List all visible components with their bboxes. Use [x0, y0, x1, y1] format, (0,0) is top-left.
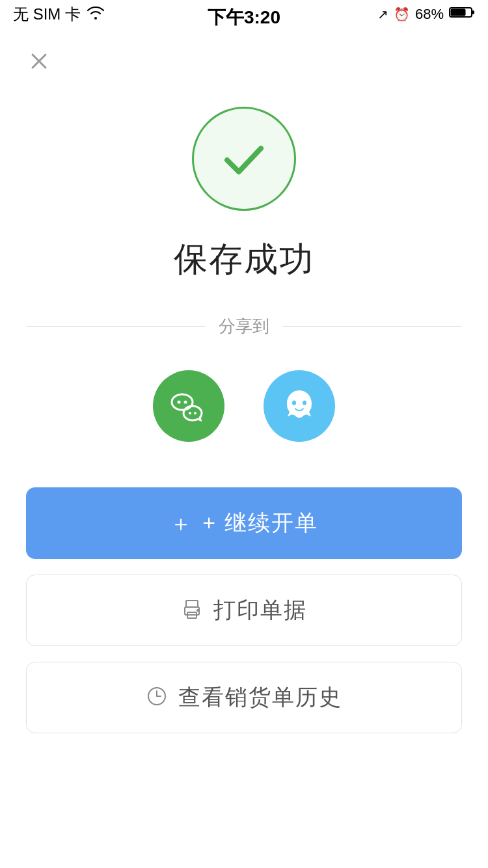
continue-button[interactable]: ＋ + 继续开单 [26, 487, 462, 559]
share-divider: 分享到 [26, 315, 462, 338]
history-icon [146, 685, 168, 711]
status-left: 无 SIM 卡 [13, 4, 105, 25]
status-right: ↗ ⏰ 68% [377, 6, 475, 23]
svg-point-11 [303, 401, 306, 405]
battery-label: 68% [415, 6, 444, 23]
qq-icon [278, 385, 320, 427]
svg-point-6 [178, 401, 181, 404]
svg-rect-12 [186, 601, 198, 607]
close-button[interactable] [20, 42, 59, 81]
plus-icon: ＋ [170, 512, 192, 534]
svg-point-5 [172, 394, 193, 410]
svg-point-15 [197, 609, 199, 612]
wechat-icon [168, 385, 210, 427]
svg-point-7 [184, 401, 187, 404]
success-title: 保存成功 [174, 237, 314, 282]
share-label: 分享到 [219, 315, 269, 338]
share-icons [26, 370, 462, 442]
share-section: 分享到 [26, 315, 462, 442]
battery-icon [449, 6, 475, 23]
history-button[interactable]: 查看销货单历史 [26, 662, 462, 733]
svg-point-8 [189, 412, 191, 414]
status-time: 下午3:20 [208, 5, 280, 30]
status-bar: 无 SIM 卡 下午3:20 ↗ ⏰ 68% [0, 0, 488, 29]
print-label: 打印单据 [213, 595, 307, 625]
location-icon: ↗ [377, 7, 388, 22]
svg-point-9 [194, 412, 197, 414]
qq-share-button[interactable] [264, 370, 335, 442]
svg-point-10 [292, 401, 296, 405]
print-button[interactable]: 打印单据 [26, 575, 462, 646]
wechat-share-button[interactable] [153, 370, 224, 442]
continue-label: + 继续开单 [202, 508, 318, 538]
svg-rect-1 [472, 10, 474, 14]
no-sim-label: 无 SIM 卡 [13, 4, 81, 25]
svg-rect-2 [451, 9, 466, 16]
history-label: 查看销货单历史 [178, 683, 342, 712]
alarm-icon: ⏰ [394, 7, 410, 22]
printer-icon [181, 598, 203, 623]
wifi-icon [86, 5, 105, 23]
main-content: 保存成功 分享到 [0, 81, 488, 868]
success-icon-circle [192, 107, 296, 211]
checkmark-icon [218, 133, 270, 185]
action-buttons: ＋ + 继续开单 打印单据 查看销货单历史 [26, 487, 462, 733]
